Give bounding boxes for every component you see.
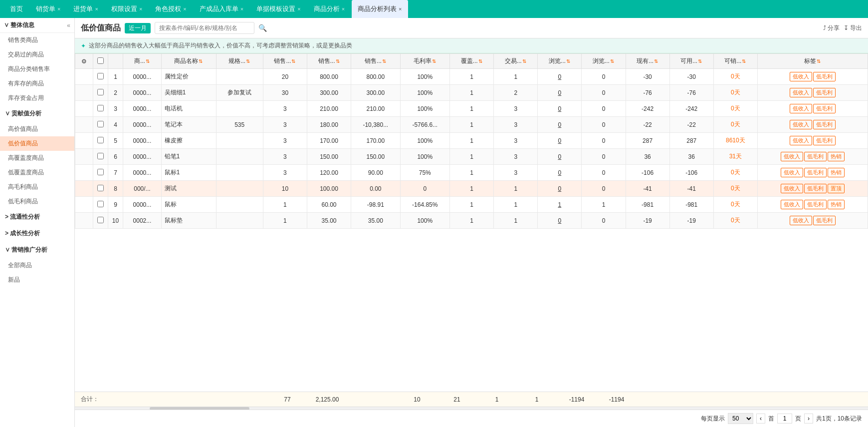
nav-close-icon[interactable]: ×: [399, 6, 402, 12]
cell-view1[interactable]: 0: [538, 69, 582, 85]
row-checkbox[interactable]: [97, 201, 104, 207]
nav-close-icon[interactable]: ×: [240, 6, 243, 12]
cell-view1[interactable]: 0: [538, 85, 582, 101]
cell-checkbox[interactable]: [93, 133, 108, 149]
sidebar-item-high-coverage[interactable]: 高覆盖度商品: [0, 151, 74, 165]
col-name[interactable]: 商品名称⇅: [161, 54, 216, 69]
cell-view1[interactable]: 0: [538, 181, 582, 197]
sidebar-item-high-profit[interactable]: 高毛利商品: [0, 180, 74, 194]
cell-view1[interactable]: 0: [538, 165, 582, 181]
page-number-input[interactable]: [777, 414, 792, 424]
view1-link[interactable]: 0: [558, 153, 562, 160]
view1-link[interactable]: 1: [558, 201, 562, 208]
nav-permission[interactable]: 权限设置 ×: [105, 0, 148, 18]
next-page-button[interactable]: ›: [804, 414, 813, 424]
sidebar-item-new-goods[interactable]: 新品: [0, 273, 74, 287]
sidebar-item-traded-goods[interactable]: 交易过的商品: [0, 47, 74, 62]
col-gross-rate[interactable]: 毛利率⇅: [400, 54, 450, 69]
search-icon[interactable]: 🔍: [258, 24, 267, 32]
select-all-checkbox[interactable]: [97, 57, 104, 64]
col-code[interactable]: 商...⇅: [123, 54, 162, 69]
cell-checkbox[interactable]: [93, 101, 108, 117]
cell-view1[interactable]: 0: [538, 149, 582, 165]
sidebar-group-marketing[interactable]: ∨ 营销推广分析: [0, 242, 74, 258]
sidebar-collapse-icon[interactable]: «: [67, 22, 70, 29]
cell-checkbox[interactable]: [93, 85, 108, 101]
sidebar-group-circulation[interactable]: > 流通性分析: [0, 209, 74, 225]
view1-link[interactable]: 0: [558, 105, 562, 112]
first-page-button[interactable]: ‹: [756, 414, 765, 424]
row-checkbox[interactable]: [97, 73, 104, 79]
col-coverage[interactable]: 覆盖...⇅: [450, 54, 494, 69]
view1-link[interactable]: 0: [558, 73, 562, 80]
nav-close-icon[interactable]: ×: [139, 6, 142, 12]
col-gear[interactable]: ⚙: [75, 54, 93, 69]
col-current-stock[interactable]: 现有...⇅: [626, 54, 669, 69]
view1-link[interactable]: 0: [558, 169, 562, 176]
cell-checkbox[interactable]: [93, 165, 108, 181]
nav-close-icon[interactable]: ×: [183, 6, 186, 12]
col-view2[interactable]: 浏览...⇅: [582, 54, 626, 69]
row-checkbox[interactable]: [97, 217, 104, 223]
col-view1[interactable]: 浏览...⇅: [538, 54, 582, 69]
cell-view1[interactable]: 1: [538, 197, 582, 213]
cell-checkbox[interactable]: [93, 181, 108, 197]
cell-checkbox[interactable]: [93, 149, 108, 165]
view1-link[interactable]: 0: [558, 121, 562, 128]
col-sales-amount[interactable]: 销售...⇅: [307, 54, 351, 69]
cell-view1[interactable]: 0: [538, 117, 582, 133]
nav-product-analysis[interactable]: 商品分析 ×: [308, 0, 351, 18]
period-tag-button[interactable]: 近一月: [125, 23, 151, 33]
row-checkbox[interactable]: [97, 169, 104, 175]
view1-link[interactable]: 0: [558, 185, 562, 192]
sidebar-item-stock-funds[interactable]: 库存资金占用: [0, 91, 74, 105]
sidebar-item-category-sales-rate[interactable]: 商品分类销售率: [0, 62, 74, 76]
view1-link[interactable]: 0: [558, 89, 562, 96]
cell-view1[interactable]: 0: [538, 133, 582, 149]
sidebar-item-sales-goods[interactable]: 销售类商品: [0, 33, 74, 47]
nav-close-icon[interactable]: ×: [57, 6, 60, 12]
col-saleable[interactable]: 可销...⇅: [713, 54, 757, 69]
page-size-select[interactable]: 50 100 200: [728, 413, 753, 424]
col-sales-qty[interactable]: 销售...⇅: [263, 54, 307, 69]
sidebar-item-low-profit[interactable]: 低毛利商品: [0, 194, 74, 209]
row-checkbox[interactable]: [97, 105, 104, 111]
nav-purchase-order[interactable]: 进货单 ×: [67, 0, 104, 18]
cell-checkbox[interactable]: [93, 117, 108, 133]
col-sales-cost[interactable]: 销售...⇅: [351, 54, 400, 69]
sidebar-group-contribution[interactable]: ∨ 贡献值分析: [0, 105, 74, 122]
nav-product-inbound[interactable]: 产成品入库单 ×: [194, 0, 249, 18]
cell-view1[interactable]: 0: [538, 101, 582, 117]
nav-home[interactable]: 首页: [4, 0, 29, 18]
row-checkbox[interactable]: [97, 89, 104, 95]
sidebar-item-high-value[interactable]: 高价值商品: [0, 122, 74, 136]
cell-checkbox[interactable]: [93, 69, 108, 85]
search-input[interactable]: [155, 22, 254, 34]
sidebar-item-stock-goods[interactable]: 有库存的商品: [0, 76, 74, 91]
sidebar-item-low-value[interactable]: 低价值商品: [0, 136, 74, 151]
nav-close-icon[interactable]: ×: [95, 6, 98, 12]
sidebar-item-all-goods[interactable]: 全部商品: [0, 258, 74, 273]
col-tags[interactable]: 标签⇅: [757, 54, 868, 69]
view1-link[interactable]: 0: [558, 217, 562, 224]
col-available[interactable]: 可用...⇅: [669, 54, 713, 69]
sidebar-group-growth[interactable]: > 成长性分析: [0, 225, 74, 242]
nav-close-icon[interactable]: ×: [342, 6, 345, 12]
nav-sales-order[interactable]: 销货单 ×: [30, 0, 66, 18]
export-button[interactable]: ↧ 导出: [844, 24, 862, 32]
col-spec[interactable]: 规格...⇅: [216, 54, 263, 69]
row-checkbox[interactable]: [97, 185, 104, 191]
cell-checkbox[interactable]: [93, 213, 108, 229]
nav-role-auth[interactable]: 角色授权 ×: [149, 0, 192, 18]
row-checkbox[interactable]: [97, 153, 104, 159]
table-wrapper[interactable]: ⚙ 商...⇅ 商品名称⇅ 规格...⇅ 销售...⇅ 销售...⇅ 销售...…: [75, 53, 868, 392]
row-checkbox[interactable]: [97, 137, 104, 143]
nav-product-analysis-list[interactable]: 商品分析列表 ×: [352, 0, 408, 18]
cell-checkbox[interactable]: [93, 197, 108, 213]
nav-close-icon[interactable]: ×: [297, 6, 300, 12]
col-checkbox[interactable]: [93, 54, 108, 69]
sidebar-item-low-coverage[interactable]: 低覆盖度商品: [0, 165, 74, 180]
row-checkbox[interactable]: [97, 121, 104, 127]
share-button[interactable]: ⤴ 分享: [823, 24, 840, 32]
cell-view1[interactable]: 0: [538, 213, 582, 229]
